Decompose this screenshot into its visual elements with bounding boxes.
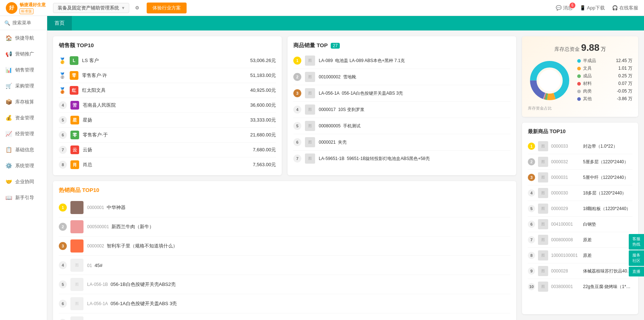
- sidebar-item-marketing[interactable]: 📢 营销推广: [0, 46, 47, 62]
- sidebar-item-system[interactable]: ⚙️ 系统管理: [0, 158, 47, 174]
- new-product-name: 白钢垫: [583, 221, 632, 227]
- new-product-name: 5厘多层（1220*2440）: [583, 159, 632, 165]
- float-service-live[interactable]: 直播: [629, 267, 644, 276]
- sales-amount: 53,006.26元: [250, 57, 276, 64]
- float-service-hotline[interactable]: 客服热线: [629, 234, 644, 250]
- rank-badge: 5: [293, 122, 301, 130]
- legend-color: [577, 90, 581, 93]
- legend-color: [577, 67, 581, 70]
- hot-product-row: 7 图 NB2.0X30B 2.0X30MM双搓花轴搓花直径2.1MM/ROHS: [59, 313, 510, 320]
- sidebar-item-cooperation[interactable]: 🤝 企业协同: [0, 174, 47, 190]
- logo-icon: 好: [6, 2, 17, 14]
- message-button[interactable]: 💬 消息 6: [556, 5, 572, 11]
- product-img: 图: [305, 153, 315, 164]
- new-product-name: 体械荔枝味苏打饮品400毫升（1*15）: [583, 268, 632, 274]
- sidebar-item-management[interactable]: 📈 经营管理: [0, 126, 47, 142]
- settings-icon[interactable]: ⚙: [132, 3, 142, 13]
- inventory-title: 库存总资金: [554, 46, 580, 52]
- sidebar-label-cooperation: 企业协同: [15, 179, 34, 185]
- legend-label: 材料: [583, 81, 616, 87]
- new-products-list: 1 图 0000033 封边带（1.0*22） 2 图 0000032 5厘多层…: [528, 139, 632, 294]
- new-product-name: 18多层（1220*2440）: [583, 190, 632, 196]
- rank-badge: 7: [59, 146, 67, 154]
- legend-value: -3.86 万: [617, 96, 632, 102]
- management-icon: 📈: [5, 130, 12, 138]
- system-selector[interactable]: 装备及固定资产辅助管理系统 ▾: [53, 3, 129, 13]
- customer-avatar: L: [70, 56, 78, 65]
- table-row: 🥉 红 红太阳文具 40,925.00元: [59, 83, 276, 98]
- sidebar-item-sales[interactable]: 📊 销售管理: [0, 62, 47, 78]
- customer-avatar: 红: [70, 86, 78, 95]
- table-row: 🥈 零 零售客户·许 51,183.00元: [59, 68, 276, 83]
- sidebar-item-home[interactable]: 🏠 快捷导航: [0, 30, 47, 46]
- rank-badge: 2: [293, 73, 301, 81]
- table-row: 3 图 LA-056-1A 056-1A白色按键开关盖ABS 3壳: [293, 85, 510, 102]
- hot-product-row: 2 000500001 新西兰牛肉（新牛）: [59, 217, 510, 237]
- logo-text: 畅捷通好生意 标准版: [20, 2, 46, 14]
- product-info: 000500001 新西兰牛肉（新牛）: [87, 223, 510, 230]
- sidebar-item-finance[interactable]: 💰 资金管理: [0, 110, 47, 126]
- trial-button[interactable]: 体验行业方案: [147, 3, 187, 13]
- tab-home[interactable]: 首页: [47, 16, 72, 30]
- product-name: 001000002 雪地靴: [319, 74, 510, 80]
- top-products-header: 商品销量 TOP 27: [293, 42, 510, 49]
- top-products-card: 商品销量 TOP 27 1 图 LA-089 电池盖 LA-089 ABS本色+…: [288, 36, 516, 175]
- sales-amount: 33,333.00元: [250, 117, 276, 123]
- app-download-button[interactable]: 📱 App下载: [580, 5, 605, 11]
- search-menu[interactable]: 🔍 搜索菜单: [0, 16, 47, 30]
- hot-product-row: 4 图 01 45#: [59, 256, 510, 275]
- top-bar: 好 畅捷通好生意 标准版 装备及固定资产辅助管理系统 ▾ ⚙ 体验行业方案 💬 …: [0, 0, 644, 16]
- product-info: LA-056-1B 056-1B白色按键开关壳ABS2壳: [87, 281, 510, 288]
- sidebar-item-inventory[interactable]: 📦 库存核算: [0, 94, 47, 110]
- new-product-code: 0000030: [551, 190, 580, 196]
- sidebar-label-sales: 销售管理: [15, 67, 34, 73]
- new-product-code: 0000032: [551, 159, 580, 164]
- sidebar-item-purchase[interactable]: 🛒 采购管理: [0, 78, 47, 94]
- new-product-row: 2 图 0000032 5厘多层（1220*2440）: [528, 154, 632, 170]
- customer-avatar: 肖: [70, 160, 79, 169]
- hot-product-row: 5 图 LA-056-1B 056-1B白色按键开关壳ABS2壳: [59, 275, 510, 294]
- new-rank-badge: 7: [528, 236, 535, 243]
- product-img: 图: [305, 121, 315, 131]
- top-products-list: 1 图 LA-089 电池盖 LA-089 ABS本色+黑种 7.1克 2 图 …: [293, 53, 510, 167]
- rank-badge: 7: [293, 155, 301, 163]
- message-icon: 💬: [556, 5, 562, 11]
- rank-badge: 4: [59, 261, 67, 269]
- chart-legend: 半成品 12.45 万 文具 1.01 万 成品 0.25 万 材料 0.07 …: [577, 58, 632, 103]
- new-product-img: 图: [538, 250, 548, 260]
- hot-products-list: 1 0000001 中华神器 2 000500001 新西兰牛肉（新牛） 3 0…: [59, 198, 510, 320]
- sales-amount: 7,680.00元: [253, 147, 276, 153]
- product-name: LA-089 电池盖 LA-089 ABS本色+黑种 7.1克: [319, 58, 510, 64]
- product-info: 0000001 中华神器: [87, 204, 510, 211]
- table-row: 7 图 LA-59651-1B 59651-1B旋转投影灯电池盒ABS黑色+58…: [293, 151, 510, 167]
- svg-point-6: [539, 70, 561, 91]
- customer-name: 星扬: [83, 117, 246, 123]
- rank-badge: 2: [59, 223, 67, 231]
- customer-avatar: 云: [70, 145, 79, 154]
- float-service-community[interactable]: 服务社区: [629, 250, 644, 266]
- table-row: 4 图 0000017 10S 变刹罗浆: [293, 102, 510, 118]
- new-product-name: 22g鱼豆腐·烧烤味（1*12*20）: [583, 284, 632, 290]
- hot-product-row: 3 0000002 智利车子里（规格不知道填什么）: [59, 237, 510, 256]
- new-products-title: 最新商品 TOP10: [528, 128, 566, 135]
- rank-badge: 5: [59, 116, 67, 124]
- sidebar-item-basic-info[interactable]: 📋 基础信息: [0, 142, 47, 158]
- legend-value: 0.07 万: [618, 81, 632, 87]
- rank-badge: 8: [59, 161, 67, 169]
- customer-name: 红太阳文具: [82, 87, 246, 94]
- new-product-code: 0000033: [551, 144, 580, 149]
- online-service-button[interactable]: 🎧 在线客服: [612, 5, 638, 11]
- basic-info-icon: 📋: [5, 146, 12, 153]
- search-icon: 🔍: [4, 20, 10, 26]
- product-img: 图: [305, 88, 315, 98]
- content-area: 首页 销售额 TOP10 🥇 L LS 客户 53,006.26元 🥈 零 零售…: [47, 16, 644, 320]
- legend-label: 文具: [583, 65, 616, 71]
- new-product-row: 8 图 10000100001 原差: [528, 248, 632, 263]
- legend-item: 肉类 -0.05 万: [577, 88, 632, 94]
- sidebar-item-guide[interactable]: 📖 新手引导: [0, 190, 47, 206]
- rank-badge: 6: [59, 300, 67, 308]
- legend-item: 材料 0.07 万: [577, 81, 632, 87]
- chevron-down-icon: ▾: [122, 5, 125, 11]
- marketing-icon: 📢: [5, 50, 12, 58]
- sidebar-label-guide: 新手引导: [15, 194, 34, 201]
